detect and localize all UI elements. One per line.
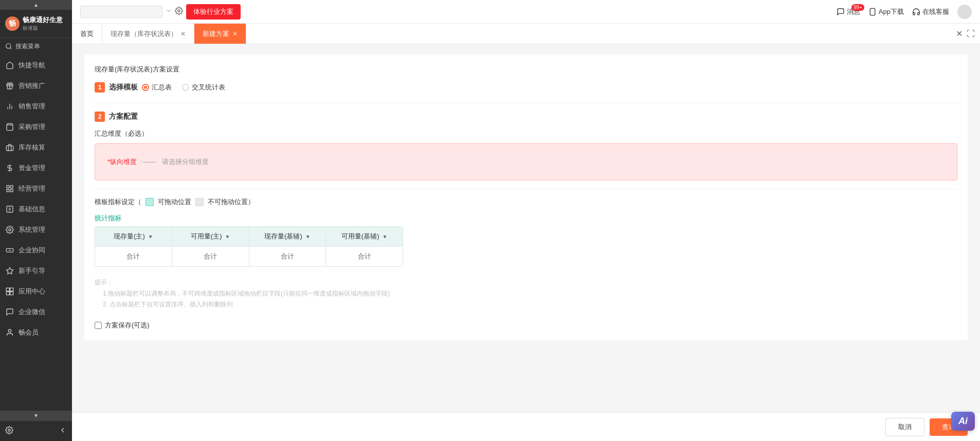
- sidebar-search[interactable]: 搜索菜单: [0, 38, 72, 55]
- svg-point-0: [6, 44, 11, 48]
- tabs-actions: ✕ ⛶: [951, 24, 980, 44]
- star-icon: [5, 266, 14, 275]
- svg-point-17: [9, 229, 11, 231]
- cancel-button[interactable]: 取消: [885, 418, 924, 436]
- save-plan-label: 方案保存(可选): [105, 321, 150, 330]
- stats-col-0[interactable]: 现存量(主) ▼: [95, 227, 172, 246]
- sidebar-item-system[interactable]: 系统管理: [0, 219, 72, 240]
- step2-section: 2 方案配置 汇总维度（必选） *纵向维度 —— 请选择分组维度: [95, 112, 957, 310]
- dim-box[interactable]: *纵向维度 —— 请选择分组维度: [95, 143, 957, 180]
- stats-col-2[interactable]: 现存量(基辅) ▼: [249, 227, 326, 246]
- experience-industry-btn[interactable]: 体验行业方案: [186, 4, 241, 20]
- svg-rect-9: [7, 186, 9, 188]
- chevron-down-icon: [166, 8, 172, 14]
- sidebar-item-marketing[interactable]: 营销推广: [0, 76, 72, 96]
- tab-close-all-btn[interactable]: ✕: [956, 29, 963, 39]
- sidebar-item-sales[interactable]: 销售管理: [0, 96, 72, 117]
- template-radio-group: 汇总表 交叉统计表: [142, 83, 225, 92]
- svg-rect-19: [6, 288, 9, 291]
- svg-rect-26: [870, 8, 875, 15]
- sidebar-item-wechat[interactable]: 企业微信: [0, 302, 72, 322]
- svg-point-25: [178, 10, 180, 12]
- topbar-right: 消息 99+ App下载 在线客服: [837, 5, 972, 19]
- stats-col-1[interactable]: 可用量(主) ▼: [172, 227, 249, 246]
- user-avatar[interactable]: [957, 5, 972, 19]
- main-area: 体验行业方案 消息 99+ App下载 在线客服 首页 现存量（库存状况表）: [72, 0, 980, 441]
- topbar-search-input[interactable]: [80, 6, 162, 18]
- indicator-legend-row: 模板指标设定（ 可拖动位置 不可拖动位置）: [95, 197, 957, 207]
- sidebar-item-inventory[interactable]: 库存核算: [0, 137, 72, 158]
- stats-data-row: 合计 合计 合计 合计: [95, 246, 403, 266]
- tips-section: 提示： 1.拖动标题栏可以调整布局，不可跨维度或指标区域拖动栏目字段(只能在同一…: [95, 277, 957, 310]
- home-icon: [5, 61, 14, 70]
- tab-new-plan[interactable]: 新建方案 ✕: [194, 24, 246, 44]
- headphone-icon: [912, 8, 920, 16]
- topbar: 体验行业方案 消息 99+ App下载 在线客服: [72, 0, 980, 24]
- step1-num: 1: [95, 82, 105, 93]
- sidebar-item-apps[interactable]: 应用中心: [0, 281, 72, 302]
- sidebar-scroll-down[interactable]: ▼: [0, 411, 72, 420]
- svg-rect-21: [6, 292, 9, 295]
- topbar-search-area: 体验行业方案: [80, 4, 831, 20]
- svg-marker-18: [6, 267, 13, 274]
- info-icon: [5, 205, 14, 214]
- sidebar-item-basic[interactable]: 基础信息: [0, 199, 72, 219]
- svg-point-23: [8, 329, 11, 332]
- sidebar-settings-btn[interactable]: [5, 426, 13, 436]
- topbar-settings-btn[interactable]: [175, 7, 183, 16]
- tab-inventory-status[interactable]: 现存量（库存状况表） ✕: [102, 24, 194, 44]
- sidebar-item-purchase[interactable]: 采购管理: [0, 117, 72, 137]
- divider-2: [95, 189, 957, 189]
- gift-icon: [5, 81, 14, 90]
- step2-num: 2: [95, 112, 105, 122]
- ai-badge[interactable]: Ai: [951, 412, 975, 431]
- sidebar-item-quick-nav[interactable]: 快捷导航: [0, 55, 72, 76]
- message-icon: [837, 8, 845, 16]
- step2-title: 方案配置: [109, 112, 138, 121]
- topbar-messages[interactable]: 消息 99+: [837, 7, 860, 16]
- svg-rect-7: [6, 146, 13, 151]
- stats-data-col-3: 合计: [326, 246, 403, 266]
- radio-cross[interactable]: 交叉统计表: [182, 83, 225, 92]
- step1-title: 选择模板: [109, 83, 138, 92]
- svg-rect-22: [10, 292, 13, 295]
- sidebar-collapse-btn[interactable]: [59, 426, 67, 436]
- sidebar-footer: [0, 420, 72, 441]
- stats-section: 统计指标 现存量(主) ▼ 可用量(主) ▼: [95, 214, 957, 267]
- col-1-chevron[interactable]: ▼: [225, 234, 230, 240]
- sidebar-item-operation[interactable]: 经营管理: [0, 178, 72, 199]
- sidebar-scroll-up[interactable]: ▲: [0, 0, 72, 10]
- tab-expand-btn[interactable]: ⛶: [967, 29, 975, 39]
- apps-icon: [5, 287, 14, 296]
- grid-icon: [5, 184, 14, 193]
- sidebar-item-finance[interactable]: 资金管理: [0, 158, 72, 178]
- svg-line-1: [10, 48, 12, 49]
- sidebar-item-contract[interactable]: 企业协同: [0, 240, 72, 261]
- sidebar: ▲ 畅 畅康通好生意 标准版 搜索菜单 快捷导航 营销推广 销售管理: [0, 0, 72, 441]
- save-plan-checkbox[interactable]: [95, 322, 102, 329]
- topbar-dropdown-btn[interactable]: [166, 8, 172, 15]
- stats-data-col-0: 合计: [95, 246, 172, 266]
- sidebar-item-newguide[interactable]: 新手引导: [0, 261, 72, 281]
- save-row: 方案保存(可选): [95, 321, 957, 330]
- collapse-icon: [59, 426, 67, 434]
- logo-icon: 畅: [5, 16, 20, 31]
- member-icon: [5, 328, 14, 337]
- tab-new-plan-close[interactable]: ✕: [232, 30, 238, 38]
- topbar-online-service[interactable]: 在线客服: [912, 7, 949, 16]
- tabs-bar: 首页 现存量（库存状况表） ✕ 新建方案 ✕ ✕ ⛶: [72, 24, 980, 44]
- col-3-chevron[interactable]: ▼: [383, 234, 388, 240]
- logo-text: 畅康通好生意 标准版: [23, 16, 63, 31]
- svg-rect-12: [10, 189, 13, 192]
- svg-point-24: [8, 429, 10, 431]
- sidebar-item-member[interactable]: 畅会员: [0, 322, 72, 343]
- col-0-chevron[interactable]: ▼: [148, 234, 153, 240]
- dim-placeholder: *纵向维度 —— 请选择分组维度: [107, 157, 209, 167]
- radio-summary[interactable]: 汇总表: [142, 83, 172, 92]
- tab-home[interactable]: 首页: [72, 24, 102, 44]
- topbar-app-download[interactable]: App下载: [868, 7, 904, 16]
- tab-inventory-status-close[interactable]: ✕: [180, 30, 186, 38]
- stats-col-3[interactable]: 可用量(基辅) ▼: [326, 227, 403, 246]
- gear-icon: [5, 426, 13, 434]
- col-2-chevron[interactable]: ▼: [305, 234, 311, 240]
